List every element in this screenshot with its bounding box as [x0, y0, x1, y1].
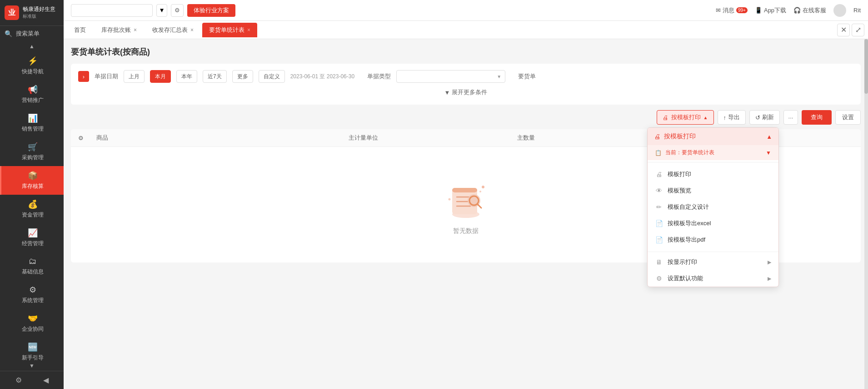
tab-order-stats[interactable]: 要货单统计表 ×: [202, 23, 257, 37]
template-custom-label: 模板自定义设计: [668, 203, 709, 211]
tab-home[interactable]: 首页: [67, 23, 93, 37]
search-icon: 🔍: [5, 30, 12, 37]
service-icon: 🎧: [793, 7, 801, 14]
print-dropdown-close-btn[interactable]: ▲: [766, 133, 772, 140]
sidebar-item-label: 营销推广: [22, 96, 44, 104]
refresh-label: 刷新: [762, 113, 774, 121]
svg-line-8: [478, 204, 481, 208]
user-avatar[interactable]: [833, 4, 846, 17]
topbar-right: ✉ 消息 99+ 📱 App下载 🎧 在线客服 Rit: [716, 4, 861, 17]
message-btn[interactable]: ✉ 消息 99+: [716, 6, 748, 15]
dropdown-item-export-pdf[interactable]: 📄 按模板导出pdf: [648, 232, 778, 248]
type-filter-select[interactable]: ▼: [396, 70, 505, 83]
filter-toggle-btn[interactable]: ›: [78, 71, 89, 82]
export-btn[interactable]: ↑ 导出: [718, 110, 746, 125]
page-title: 要货单统计表(按商品): [71, 46, 861, 57]
expand-more-btn[interactable]: ▼ 展开更多条件: [439, 86, 493, 98]
sidebar-item-collab[interactable]: 🤝 企业协同: [0, 309, 64, 338]
refresh-icon: ↺: [755, 114, 760, 121]
print-dropdown-header: 🖨 按模板打印 ▲: [648, 128, 778, 145]
dropdown-item-display-print[interactable]: 🖥 按显示打印 ▶: [648, 254, 778, 270]
sidebar-search-label: 搜索菜单: [16, 30, 40, 38]
date-btn-last-month[interactable]: 上月: [124, 70, 145, 83]
collapse-footer-btn[interactable]: ◀: [43, 376, 49, 384]
more-icon: ···: [788, 114, 793, 121]
download-icon: 📱: [755, 7, 762, 14]
sidebar-item-finance[interactable]: 💰 资金管理: [0, 195, 64, 223]
scrollbar-thumb[interactable]: [864, 39, 868, 94]
dropdown-item-template-preview[interactable]: 👁 模板预览: [648, 182, 778, 199]
sidebar-item-basic[interactable]: 🗂 基础信息: [0, 252, 64, 280]
dropdown-item-export-excel[interactable]: 📄 按模板导出excel: [648, 215, 778, 232]
tab-batch-account-close[interactable]: ×: [134, 27, 137, 33]
current-template-arrow: ▼: [766, 150, 771, 156]
default-func-label: 设置默认功能: [668, 274, 703, 283]
topbar-settings-btn[interactable]: ⚙: [171, 4, 184, 17]
sidebar-search[interactable]: 🔍 搜索菜单: [0, 26, 64, 41]
app-download-btn[interactable]: 📱 App下载: [755, 6, 786, 15]
sidebar-item-purchase[interactable]: 🛒 采购管理: [0, 137, 64, 166]
sidebar-item-system[interactable]: ⚙ 系统管理: [0, 280, 64, 309]
dropdown-item-template-custom[interactable]: ✏ 模板自定义设计: [648, 199, 778, 215]
tab-fullscreen-btn[interactable]: ⤢: [852, 24, 864, 36]
empty-text: 暂无数据: [453, 227, 479, 235]
page: 要货单统计表(按商品) › 单据日期 上月 本月 本年 近7天 更多 自定义 2…: [64, 39, 868, 389]
logo-icon: 业: [5, 5, 19, 20]
sidebar: 业 畅康通好生意 标准版 🔍 搜索菜单 ▲ ⚡ 快捷导航 📢 营销推广 📊 销售…: [0, 0, 64, 389]
refresh-btn[interactable]: ↺ 刷新: [749, 110, 780, 125]
system-icon: ⚙: [29, 285, 36, 295]
date-btn-7days[interactable]: 近7天: [203, 70, 227, 83]
right-scrollbar[interactable]: [864, 39, 868, 389]
date-btn-more[interactable]: 更多: [232, 70, 253, 83]
app-logo: 业 畅康通好生意 标准版: [0, 0, 64, 26]
expand-icon: ›: [83, 73, 85, 80]
more-btn[interactable]: ···: [783, 110, 798, 125]
expand-more-icon: ▼: [444, 89, 450, 96]
sidebar-item-inventory[interactable]: 📦 库存核算: [0, 166, 64, 195]
template-preview-label: 模板预览: [668, 187, 691, 195]
query-btn[interactable]: 查询: [802, 110, 832, 125]
tab-order-stats-close[interactable]: ×: [247, 27, 250, 33]
col-product-header: 商品: [96, 134, 349, 142]
sidebar-item-operation[interactable]: 📈 经营管理: [0, 223, 64, 252]
settings-footer-btn[interactable]: ⚙: [15, 376, 22, 384]
sidebar-item-label: 经营管理: [22, 240, 44, 248]
tab-batch-account[interactable]: 库存批次账 ×: [95, 23, 144, 37]
sidebar-item-sales[interactable]: 📊 销售管理: [0, 109, 64, 137]
date-btn-this-year[interactable]: 本年: [176, 70, 197, 83]
current-template-label: 当前：要货单统计表: [665, 149, 714, 157]
topbar-dropdown-btn[interactable]: ▼: [156, 4, 167, 17]
tab-receipt-summary[interactable]: 收发存汇总表 ×: [145, 23, 200, 37]
sidebar-item-label: 新手引导: [22, 354, 44, 361]
date-btn-custom[interactable]: 自定义: [259, 70, 285, 83]
print-template-btn[interactable]: 🖨 按模板打印 ▲: [657, 110, 714, 125]
divider2: [648, 252, 778, 252]
topbar-search-input[interactable]: [71, 4, 153, 17]
scroll-down-btn[interactable]: ▼: [0, 361, 64, 371]
operation-icon: 📈: [28, 228, 38, 238]
dropdown-item-template-print[interactable]: 🖨 模板打印: [648, 166, 778, 182]
app-badge: 标准版: [23, 13, 55, 20]
print-dropdown-panel: 🖨 按模板打印 ▲ 📋 当前：要货单统计表 ▼: [647, 127, 779, 287]
inventory-icon: 📦: [28, 171, 38, 181]
dropdown-item-default-func[interactable]: ⚙ 设置默认功能 ▶: [648, 270, 778, 287]
scroll-up-btn[interactable]: ▲: [0, 41, 64, 51]
finance-icon: 💰: [28, 199, 38, 209]
sidebar-item-guide[interactable]: 🆕 新手引导: [0, 338, 64, 361]
printer-header-icon: 🖨: [654, 133, 660, 140]
tab-receipt-summary-close[interactable]: ×: [190, 27, 194, 33]
settings-col-icon[interactable]: ⚙: [78, 135, 84, 141]
date-btn-this-month[interactable]: 本月: [150, 70, 171, 83]
main-content: 要货单统计表(按商品) › 单据日期 上月 本月 本年 近7天 更多 自定义 2…: [64, 39, 868, 389]
online-service-btn[interactable]: 🎧 在线客服: [793, 6, 826, 15]
divider: [648, 162, 778, 162]
tabs-bar: 首页 库存批次账 × 收发存汇总表 × 要货单统计表 × ✕ ⤢: [64, 21, 868, 39]
gear-icon: ⚙: [175, 7, 180, 14]
sidebar-item-marketing[interactable]: 📢 营销推广: [0, 80, 64, 109]
pdf-icon: 📄: [655, 236, 663, 243]
settings-action-btn[interactable]: 设置: [835, 110, 861, 125]
industry-btn[interactable]: 体验行业方案: [187, 4, 235, 17]
sidebar-item-quick-nav[interactable]: ⚡ 快捷导航: [0, 51, 64, 80]
tab-close-all-btn[interactable]: ✕: [837, 24, 850, 36]
col-unit-header: 主计量单位: [349, 134, 517, 142]
